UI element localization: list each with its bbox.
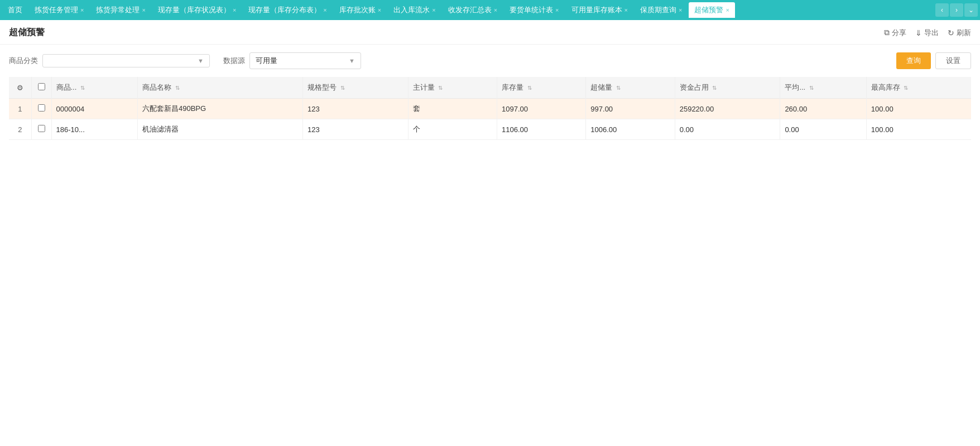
nav-item-home-label: 首页: [8, 5, 22, 15]
table-row: 2 186-10... 机油滤清器 123 个 1106.00 1006.00 …: [9, 119, 971, 140]
nav-label-abnormal: 拣货异常处理: [96, 5, 140, 15]
nav-label-batch: 库存批次账: [339, 5, 376, 15]
datasource-filter-group: 数据源 可用量 ▼: [223, 52, 361, 69]
gear-icon[interactable]: ⚙: [17, 84, 23, 92]
th-avg-label: 平均...: [785, 83, 805, 91]
settings-button[interactable]: 设置: [935, 52, 971, 69]
nav-prev-button[interactable]: ‹: [935, 3, 949, 17]
sort-icon-item-name: ⇅: [175, 85, 180, 91]
nav-item-recv-send[interactable]: 收发存汇总表 ×: [443, 2, 503, 18]
close-icon-stock-dist[interactable]: ×: [323, 7, 326, 13]
export-icon: ⇓: [915, 28, 922, 37]
export-button[interactable]: ⇓ 导出: [915, 28, 939, 38]
select-all-checkbox[interactable]: [38, 83, 45, 90]
datasource-chevron-icon: ▼: [349, 57, 355, 64]
nav-item-overstock[interactable]: 超储预警 ×: [689, 2, 734, 18]
row-checkbox-cell-1: [31, 99, 51, 119]
th-capital-label: 资金占用: [680, 83, 709, 91]
datasource-select-value: 可用量: [256, 56, 277, 66]
max-stock-1: 100.00: [866, 99, 971, 119]
th-overstock[interactable]: 超储量 ⇅: [586, 77, 675, 99]
page-header: 超储预警 ⧉ 分享 ⇓ 导出 ↻ 刷新: [0, 20, 980, 45]
overstock-1: 997.00: [586, 99, 675, 119]
sort-icon-item-no: ⇅: [80, 85, 85, 91]
th-unit[interactable]: 主计量 ⇅: [408, 77, 497, 99]
datasource-select[interactable]: 可用量 ▼: [249, 52, 361, 69]
th-max-stock[interactable]: 最高库存 ⇅: [866, 77, 971, 99]
header-actions: ⧉ 分享 ⇓ 导出 ↻ 刷新: [884, 28, 971, 38]
nav-item-expiry[interactable]: 保质期查询 ×: [635, 2, 688, 18]
close-icon-task-mgmt[interactable]: ×: [80, 7, 84, 13]
nav-next-button[interactable]: ›: [950, 3, 963, 17]
nav-item-stock-status[interactable]: 现存量（库存状况表） ×: [152, 2, 242, 18]
category-select[interactable]: ▼: [42, 54, 210, 67]
row-checkbox-2[interactable]: [38, 125, 45, 132]
export-label: 导出: [924, 28, 939, 38]
refresh-label: 刷新: [957, 28, 971, 38]
category-filter-group: 商品分类 ▼: [9, 54, 210, 67]
row-num-1: 1: [9, 99, 31, 119]
sort-icon-avg: ⇅: [809, 85, 814, 91]
nav-item-available[interactable]: 可用量库存账本 ×: [566, 2, 633, 18]
item-name-2: 机油滤清器: [137, 119, 302, 140]
nav-item-order-stat[interactable]: 要货单统计表 ×: [504, 2, 564, 18]
spec-1: 123: [302, 99, 408, 119]
max-stock-2: 100.00: [866, 119, 971, 140]
row-checkbox-1[interactable]: [38, 104, 45, 112]
th-stock[interactable]: 库存量 ⇅: [497, 77, 585, 99]
refresh-button[interactable]: ↻ 刷新: [948, 28, 971, 38]
nav-label-order-stat: 要货单统计表: [510, 5, 553, 15]
nav-label-overstock: 超储预警: [694, 5, 723, 15]
close-icon-stock-status[interactable]: ×: [233, 7, 236, 13]
chevron-down-icon: ▼: [198, 57, 204, 64]
close-icon-batch[interactable]: ×: [378, 7, 381, 13]
spec-2: 123: [302, 119, 408, 140]
nav-item-stock-dist[interactable]: 现存量（库存分布表） ×: [243, 2, 332, 18]
page-title: 超储预警: [9, 27, 45, 38]
nav-item-batch[interactable]: 库存批次账 ×: [334, 2, 387, 18]
sort-icon-max-stock: ⇅: [904, 85, 908, 91]
th-item-no[interactable]: 商品... ⇅: [51, 77, 137, 99]
nav-item-task-mgmt[interactable]: 拣货任务管理 ×: [29, 2, 89, 18]
close-icon-expiry[interactable]: ×: [679, 7, 682, 13]
nav-more-button[interactable]: ⌄: [964, 3, 978, 17]
nav-item-abnormal[interactable]: 拣货异常处理 ×: [90, 2, 151, 18]
nav-label-available: 可用量库存账本: [571, 5, 622, 15]
share-label: 分享: [892, 28, 906, 38]
th-spec[interactable]: 规格型号 ⇅: [302, 77, 408, 99]
category-label: 商品分类: [9, 56, 38, 66]
filter-area: 商品分类 ▼ 数据源 可用量 ▼ 查询 设置: [0, 45, 980, 77]
close-icon-abnormal[interactable]: ×: [142, 7, 145, 13]
datasource-label: 数据源: [223, 56, 245, 66]
th-stock-label: 库存量: [502, 83, 523, 91]
avg-2: 0.00: [780, 119, 866, 140]
sort-icon-unit: ⇅: [438, 85, 443, 91]
th-item-name[interactable]: 商品名称 ⇅: [137, 77, 302, 99]
unit-1: 套: [408, 99, 497, 119]
nav-label-stock-status: 现存量（库存状况表）: [158, 5, 230, 15]
nav-item-inout-flow[interactable]: 出入库流水 ×: [388, 2, 441, 18]
th-item-no-label: 商品...: [56, 83, 77, 91]
nav-label-task-mgmt: 拣货任务管理: [35, 5, 78, 15]
th-capital[interactable]: 资金占用 ⇅: [675, 77, 780, 99]
item-no-2: 186-10...: [51, 119, 137, 140]
nav-item-home[interactable]: 首页: [2, 2, 28, 18]
close-icon-available[interactable]: ×: [624, 7, 628, 13]
th-unit-label: 主计量: [413, 83, 435, 91]
th-max-stock-label: 最高库存: [871, 83, 900, 91]
sort-icon-stock: ⇅: [527, 85, 532, 91]
item-no-1: 0000004: [51, 99, 137, 119]
share-icon: ⧉: [884, 28, 890, 37]
capital-1: 259220.00: [675, 99, 780, 119]
nav-label-inout-flow: 出入库流水: [393, 5, 430, 15]
th-avg[interactable]: 平均... ⇅: [780, 77, 866, 99]
share-button[interactable]: ⧉ 分享: [884, 28, 906, 38]
close-icon-order-stat[interactable]: ×: [555, 7, 559, 13]
close-icon-overstock[interactable]: ×: [726, 7, 729, 13]
close-icon-inout-flow[interactable]: ×: [432, 7, 435, 13]
nav-label-expiry: 保质期查询: [640, 5, 676, 15]
query-button[interactable]: 查询: [896, 52, 931, 69]
nav-label-stock-dist: 现存量（库存分布表）: [248, 5, 321, 15]
table-header: ⚙ 商品... ⇅ 商品名称 ⇅ 规格型号 ⇅ 主计量: [9, 77, 971, 99]
close-icon-recv-send[interactable]: ×: [494, 7, 497, 13]
